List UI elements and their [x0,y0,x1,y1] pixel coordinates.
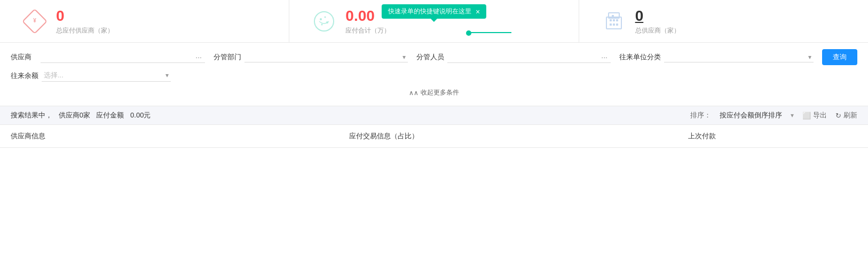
stat-suppliers-payable: ¥ 0 总应付供应商（家） [0,0,289,42]
stats-bar: ¥ 0 总应付供应商（家） 0.00 应付合计（万） 快速录单的快捷键说明在这里 [0,0,868,43]
refresh-label: 刷新 [843,111,857,120]
filter-supplier: 供应商 ··· [11,52,205,63]
category-chevron-icon: ▾ [808,53,811,61]
department-chevron-icon: ▾ [403,53,406,61]
table-header: 供应商信息 应付交易信息（占比） 上次付款 [0,125,868,148]
results-suppliers-count: 供应商0家 [59,111,90,119]
sort-value[interactable]: 按应付会额倒序排序 [720,111,782,120]
filter-person: 分管人员 ··· [416,52,611,63]
tooltip-line [469,32,511,33]
svg-point-3 [320,18,322,20]
stat-total-suppliers: 0 总供应商（家） [579,0,868,42]
table-body [0,148,868,275]
person-more-btn[interactable]: ··· [600,53,609,61]
svg-point-6 [321,23,323,25]
stat-number-payable: 0 [56,7,114,25]
supplier-label: 供应商 [11,52,37,62]
category-select-wrap[interactable]: ▾ [664,52,814,62]
filter-department: 分管部门 ▾ [214,52,408,62]
svg-rect-10 [613,19,615,21]
refresh-icon: ↻ [835,112,841,120]
sort-chevron-icon[interactable]: ▾ [791,112,794,119]
building-icon [601,8,627,35]
collapse-up-icon: ∧∧ [409,89,419,97]
results-amount-value: 0.00元 [130,111,151,119]
svg-rect-12 [610,23,612,26]
supplier-input[interactable] [43,53,194,61]
balance-select-wrap[interactable]: 选择... ▾ [42,69,171,82]
person-input-wrap[interactable]: ··· [447,52,611,63]
stat-number-suppliers: 0 [635,7,680,25]
export-btn[interactable]: ⬜ 导出 [802,111,827,120]
stat-payable-total: 0.00 应付合计（万） 快速录单的快捷键说明在这里 × [289,0,579,42]
svg-rect-14 [616,23,618,26]
refresh-btn[interactable]: ↻ 刷新 [835,111,857,120]
svg-rect-7 [606,17,621,29]
results-prefix: 搜索结果中， [11,111,52,119]
supplier-more-btn[interactable]: ··· [194,53,203,61]
svg-rect-9 [610,19,612,21]
balance-chevron-icon: ▾ [165,72,169,79]
stat-label-suppliers: 总供应商（家） [635,26,680,35]
filter-row-1: 供应商 ··· 分管部门 ▾ 分管人员 ··· 往来单位分类 [11,49,857,65]
category-label: 往来单位分类 [619,52,661,62]
query-button[interactable]: 查询 [822,49,857,65]
cookie-icon [311,8,337,35]
col-supplier-info: 供应商信息 [11,131,349,141]
balance-label: 往来余额 [11,71,38,81]
filter-category: 往来单位分类 ▾ [619,52,814,62]
results-bar: 搜索结果中， 供应商0家 应付金额 0.00元 排序： 按应付会额倒序排序 ▾ … [0,106,868,125]
filter-row-2: 往来余额 选择... ▾ [11,69,857,82]
tooltip-dot [466,30,471,36]
svg-text:¥: ¥ [33,18,36,23]
stat-label-payable: 总应付供应商（家） [56,26,114,35]
svg-rect-15 [612,15,614,17]
svg-rect-13 [613,23,615,26]
stat-label-total: 应付合计（万） [345,26,390,35]
collapse-label: 收起更多条件 [421,88,459,97]
tooltip-text: 快速录单的快捷键说明在这里 [388,7,471,16]
collapse-row: ∧∧ 收起更多条件 [11,86,857,101]
col-transaction-info: 应付交易信息（占比） [349,131,688,141]
svg-rect-11 [616,19,618,21]
tooltip-close-btn[interactable]: × [476,8,480,15]
filter-balance: 往来余额 选择... ▾ [11,69,171,82]
supplier-input-wrap[interactable]: ··· [41,52,205,63]
svg-point-4 [325,16,326,18]
person-label: 分管人员 [416,52,444,62]
filter-bar: 供应商 ··· 分管部门 ▾ 分管人员 ··· 往来单位分类 [0,43,868,106]
results-actions: 排序： 按应付会额倒序排序 ▾ ⬜ 导出 ↻ 刷新 [690,111,857,120]
results-info: 搜索结果中， 供应商0家 应付金额 0.00元 [11,111,155,120]
department-label: 分管部门 [214,52,241,62]
export-label: 导出 [813,111,827,120]
diamond-icon: ¥ [21,8,48,35]
balance-placeholder: 选择... [44,70,165,80]
results-amount-label: 应付金额 [96,111,124,119]
col-last-payment: 上次付款 [688,131,857,141]
export-icon: ⬜ [802,112,811,120]
collapse-btn[interactable]: ∧∧ 收起更多条件 [409,88,459,97]
sort-label: 排序： [690,111,711,120]
quick-entry-tooltip: 快速录单的快捷键说明在这里 × [382,4,486,19]
svg-point-2 [314,12,334,31]
person-input[interactable] [449,53,600,61]
department-select-wrap[interactable]: ▾ [244,52,408,62]
